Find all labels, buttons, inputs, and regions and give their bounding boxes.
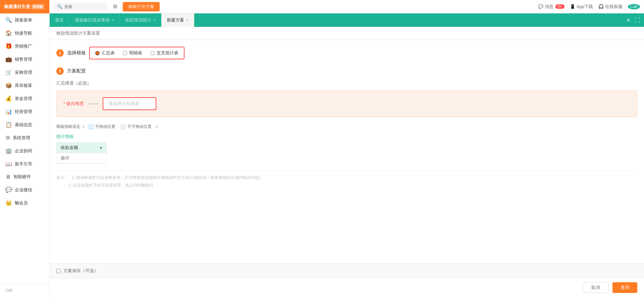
metrics-table-header: 收款金额 ▾ — [57, 143, 106, 153]
search-input[interactable] — [64, 4, 98, 9]
tab-close-receipt-stats[interactable]: × — [153, 18, 156, 22]
vertical-dimension-label: * 纵向维度 — [63, 101, 84, 107]
purchase-icon: 🛒 — [5, 69, 12, 76]
sidebar-item-member[interactable]: 👑畅会员 — [0, 196, 49, 209]
template-cross-label: 交叉统计表 — [157, 50, 178, 56]
tabbar-right: ✕ ⛶ — [622, 13, 644, 27]
settings-icon[interactable]: ⚙ — [113, 3, 117, 10]
sales-icon: 💼 — [5, 56, 12, 62]
hardware-label: 智能硬件 — [13, 174, 31, 180]
sidebar-item-search-menu[interactable]: 🔍搜索菜单 — [0, 13, 49, 27]
message-badge: 99+ — [555, 4, 565, 9]
sidebar-item-enterprise[interactable]: 🏢企业协同 — [0, 144, 49, 157]
tabbar: 首页现金银行流水查询×收款情况统计×新建方案× ✕ ⛶ — [50, 13, 644, 27]
dimension-arrow: —— — [88, 101, 99, 107]
sidebar-item-purchase[interactable]: 🛒采购管理 — [0, 66, 49, 79]
dimension-select[interactable]: 请选择分组维度 — [103, 97, 156, 110]
tab-new-plan[interactable]: 新建方案× — [161, 13, 194, 27]
service-btn[interactable]: 🎧 在线客服 — [598, 4, 623, 10]
metrics-title-suffix: ） — [156, 124, 160, 130]
tab-close-bank-flow[interactable]: × — [112, 18, 114, 22]
content-body: 1 选择模板 汇总表 明细表 交叉统计表 — [50, 40, 644, 263]
tab-home[interactable]: 首页 — [50, 13, 69, 27]
template-detail[interactable]: 明细表 — [123, 50, 142, 56]
template-detail-radio[interactable] — [123, 51, 127, 55]
purchase-label: 采购管理 — [15, 69, 32, 76]
template-summary-label: 汇总表 — [102, 50, 115, 56]
avatar-text: CaR — [628, 4, 640, 9]
metrics-table: 收款金额 ▾ 合计 — [56, 142, 107, 164]
sidebar-bottom: CaR — [0, 283, 49, 297]
sidebar-item-inventory[interactable]: 📦库存核算 — [0, 79, 49, 92]
movable-icon — [89, 125, 93, 129]
main-area: 🔍 ⚙ 体验行业方案 💬 消息 99+ 📱 App下载 🎧 在线客服 CaR — [50, 0, 644, 297]
metrics-title-text: 模板指标设定（ — [56, 124, 85, 130]
step2-header: 2 方案配置 — [56, 67, 637, 75]
sidebar-logo: 畅捷通好生意 标准版 — [0, 0, 49, 13]
tips-item-2-text: 2. 点击标题栏下拉可设置排序、插入列和删除列 — [68, 183, 153, 188]
basic-info-label: 基础信息 — [15, 122, 32, 128]
logo-text: 畅捷通好生意 — [4, 4, 30, 10]
tab-receipt-stats[interactable]: 收款情况统计× — [120, 13, 161, 27]
sidebar-item-marketing[interactable]: 🎁营销推广 — [0, 40, 49, 53]
service-icon: 🎧 — [598, 4, 604, 9]
metrics-group-label: 统计指标 — [56, 134, 637, 140]
step2-title: 方案配置 — [67, 68, 86, 74]
config-section: 汇总维度（必选） * 纵向维度 —— 请选择分组维度 模板指标设定（ — [56, 80, 637, 164]
metrics-dropdown-icon[interactable]: ▾ — [100, 145, 102, 150]
template-cross[interactable]: 交叉统计表 — [150, 50, 178, 56]
hardware-icon: 🖥 — [5, 174, 11, 180]
topbar-right: 💬 消息 99+ 📱 App下载 🎧 在线客服 CaR — [538, 4, 640, 10]
message-btn[interactable]: 💬 消息 99+ — [538, 4, 565, 10]
system-label: 系统管理 — [13, 135, 30, 141]
step1-title: 选择模板 — [67, 50, 86, 56]
download-btn[interactable]: 📱 App下载 — [570, 4, 593, 10]
template-detail-label: 明细表 — [129, 50, 142, 56]
tips-item-2: 2. 点击标题栏下拉可设置排序、插入列和删除列 — [56, 183, 637, 188]
tab-close-new-plan[interactable]: × — [186, 18, 189, 22]
sidebar-bottom-avatar[interactable]: CaR — [0, 286, 49, 294]
cancel-button[interactable]: 取消 — [583, 282, 608, 293]
query-button[interactable]: 查询 — [612, 282, 637, 293]
legend-movable: 可拖动位置 — [89, 124, 115, 130]
topbar: 🔍 ⚙ 体验行业方案 💬 消息 99+ 📱 App下载 🎧 在线客服 CaR — [50, 0, 644, 13]
tips-section: 提示： 1. 拖动标题栏可以调整布局，不可跨维度或指标区域拖动栏目字段(只能在同… — [56, 170, 637, 194]
sidebar-item-wechat[interactable]: 💬企业微信 — [0, 183, 49, 196]
maximize-icon[interactable]: ⛶ — [635, 17, 640, 23]
search-menu-icon: 🔍 — [5, 17, 12, 23]
member-icon: 👑 — [5, 200, 12, 206]
sidebar-item-basic-info[interactable]: 📋基础信息 — [0, 118, 49, 131]
tips-title: 提示： 1. 拖动标题栏可以调整布局，不可跨维度或指标区域拖动栏目字段(只能在同… — [56, 175, 637, 181]
sidebar-item-system[interactable]: ⚙系统管理 — [0, 131, 49, 144]
sidebar-item-guide[interactable]: 📖新手引导 — [0, 157, 49, 170]
step2-section: 2 方案配置 汇总维度（必选） * 纵向维度 —— 请选择分组维度 — [56, 67, 637, 194]
movable-label: 可拖动位置 — [95, 124, 115, 130]
tips-item-1: 1. 拖动标题栏可以调整布局，不可跨维度或指标区域拖动栏目字段(只能在同一维度或… — [72, 175, 260, 180]
tab-bank-flow[interactable]: 现金银行流水查询× — [69, 13, 120, 27]
industry-btn[interactable]: 体验行业方案 — [123, 2, 160, 11]
template-cross-radio[interactable] — [150, 51, 155, 55]
template-summary[interactable]: 汇总表 — [95, 50, 115, 56]
search-menu-label: 搜索菜单 — [15, 17, 32, 23]
search-box[interactable]: 🔍 — [54, 3, 107, 10]
close-window-icon[interactable]: ✕ — [626, 17, 631, 23]
sidebar-item-sales[interactable]: 💼销售管理 — [0, 53, 49, 66]
metrics-table-cell: 合计 — [57, 153, 106, 163]
message-icon: 💬 — [538, 4, 543, 9]
user-avatar-text: CaR — [5, 288, 13, 292]
message-label: 消息 — [545, 4, 553, 10]
tab-label-home: 首页 — [55, 17, 64, 23]
content-area: 收款情况统计方案设置 1 选择模板 汇总表 明细表 — [50, 27, 644, 278]
sidebar-item-hardware[interactable]: 🖥智能硬件 — [0, 170, 49, 183]
operation-icon: 📊 — [5, 108, 12, 115]
metrics-header: 模板指标设定（ 可拖动位置 不可拖动位置 ） — [56, 124, 637, 130]
finance-icon: 💰 — [5, 95, 12, 102]
template-summary-radio[interactable] — [95, 51, 100, 55]
fixed-label: 不可拖动位置 — [127, 124, 152, 130]
sidebar-item-operation[interactable]: 📊经营管理 — [0, 105, 49, 118]
sidebar-item-quick-nav[interactable]: 🏠快捷导航 — [0, 27, 49, 40]
logo-tag: 标准版 — [32, 4, 44, 9]
save-checkbox[interactable] — [56, 269, 61, 273]
user-avatar[interactable]: CaR — [628, 4, 640, 9]
sidebar-item-finance[interactable]: 💰资金管理 — [0, 92, 49, 105]
